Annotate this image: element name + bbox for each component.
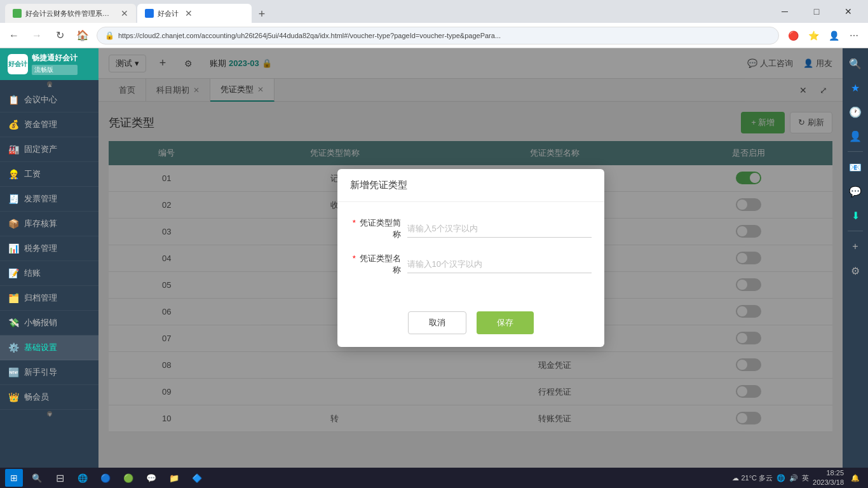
dashboard-icon: 📋 <box>8 94 19 105</box>
taskbar-wechat-icon[interactable]: 💬 <box>142 469 160 487</box>
right-search-icon[interactable]: 🔍 <box>845 53 865 74</box>
taskbar-network-icon: 🌐 <box>776 474 785 482</box>
modal-dialog: 新增凭证类型 * 凭证类型简称 * 凭证类型名称 取消 <box>337 169 604 347</box>
form-label-name-text: 凭证类型名称 <box>360 254 401 274</box>
extensions-button[interactable]: 🔴 <box>784 27 802 44</box>
funds-icon: 💰 <box>8 119 19 130</box>
taskbar-task-view[interactable]: ⊟ <box>51 469 69 487</box>
browser-tab-2[interactable]: 好会计 ✕ <box>137 4 252 23</box>
sidebar-item-basic-settings[interactable]: ⚙️ 基础设置 <box>0 336 98 360</box>
sidebar-item-member-label: 畅会员 <box>24 391 49 403</box>
taskbar-notification-button[interactable]: 🔔 <box>848 470 863 485</box>
sidebar-item-invoice[interactable]: 🧾 发票管理 <box>0 187 98 212</box>
sidebar-item-funds[interactable]: 💰 资金管理 <box>0 112 98 137</box>
right-star-icon[interactable]: ★ <box>845 78 865 98</box>
sidebar-item-funds-label: 资金管理 <box>24 119 57 130</box>
sidebar-item-inventory-label: 库存核算 <box>24 218 57 229</box>
form-row-short: * 凭证类型简称 <box>350 217 592 240</box>
form-label-short-text: 凭证类型简称 <box>360 218 401 239</box>
right-panel-sep1 <box>848 151 863 152</box>
browser-tab-1[interactable]: 好会计云财务软件管理系统_会计 ✕ <box>5 4 136 23</box>
modal-overlay: 新增凭证类型 * 凭证类型简称 * 凭证类型名称 取消 <box>98 48 843 468</box>
tab2-close[interactable]: ✕ <box>185 8 193 18</box>
taskbar-datetime: 18:25 2023/3/18 <box>813 468 844 488</box>
right-add-icon[interactable]: + <box>845 236 865 257</box>
modal-title: 新增凭证类型 <box>350 179 407 190</box>
sidebar-item-archive[interactable]: 🗂️ 归档管理 <box>0 286 98 311</box>
taskbar-search-button[interactable]: 🔍 <box>28 469 46 487</box>
sidebar-scroll-up[interactable]: ▲ <box>0 80 98 88</box>
taskbar-lang: 英 <box>802 473 809 483</box>
sidebar-item-guide-label: 新手引导 <box>24 367 57 378</box>
sidebar-item-inventory[interactable]: 📦 库存核算 <box>0 212 98 236</box>
sidebar-logo-badge: 流畅版 <box>32 65 78 75</box>
right-message-icon[interactable]: 💬 <box>845 181 865 201</box>
right-settings-icon[interactable]: ⚙ <box>845 261 865 281</box>
address-input[interactable]: 🔒 https://cloud2.chanjet.com/accounting/… <box>97 27 779 44</box>
fixed-assets-icon: 🏭 <box>8 144 19 155</box>
sidebar-item-guide[interactable]: 🆕 新手引导 <box>0 360 98 385</box>
sidebar-logo: 好会计 畅捷通好会计 流畅版 <box>0 48 98 80</box>
taskbar-right: ☁ 21°C 多云 🌐 🔊 英 18:25 2023/3/18 🔔 <box>732 468 863 488</box>
back-button[interactable]: ← <box>5 27 23 44</box>
home-button[interactable]: 🏠 <box>74 27 92 44</box>
menu-button[interactable]: ⋯ <box>845 27 863 44</box>
window-controls: ─ □ ✕ <box>770 1 863 22</box>
input-short[interactable] <box>407 220 592 238</box>
taskbar-file-icon[interactable]: 🟢 <box>119 469 137 487</box>
input-name[interactable] <box>407 255 592 273</box>
form-row-name: * 凭证类型名称 <box>350 253 592 276</box>
modal-footer: 取消 保存 <box>337 304 604 347</box>
sidebar-item-basic-settings-label: 基础设置 <box>24 342 57 353</box>
sidebar-item-expense-label: 小畅报销 <box>24 317 57 329</box>
basic-settings-icon: ⚙️ <box>8 342 19 353</box>
invoice-icon: 🧾 <box>8 193 19 205</box>
save-button[interactable]: 保存 <box>477 311 534 334</box>
forward-button[interactable]: → <box>28 27 46 44</box>
taskbar: ⊞ 🔍 ⊟ 🌐 🔵 🟢 💬 📁 🔷 ☁ 21°C 多云 🌐 🔊 英 18:25 … <box>0 468 868 488</box>
right-history-icon[interactable]: 🕐 <box>845 102 865 122</box>
sidebar-scroll-down[interactable]: ▼ <box>0 410 98 417</box>
tab1-close[interactable]: ✕ <box>121 8 128 18</box>
right-download-icon[interactable]: ⬇ <box>845 205 865 226</box>
new-tab-button[interactable]: + <box>253 5 271 23</box>
taskbar-edge-icon[interactable]: 🌐 <box>74 469 92 487</box>
guide-icon: 🆕 <box>8 367 19 378</box>
start-button[interactable]: ⊞ <box>5 469 23 487</box>
expense-icon: 💸 <box>8 317 19 329</box>
sidebar-item-tax[interactable]: 📊 税务管理 <box>0 236 98 261</box>
taskbar-folder-icon[interactable]: 📁 <box>165 469 183 487</box>
reload-button[interactable]: ↻ <box>51 27 69 44</box>
minimize-button[interactable]: ─ <box>770 1 799 22</box>
taskbar-weather: ☁ 21°C 多云 <box>732 473 773 483</box>
profile-button[interactable]: 👤 <box>825 27 843 44</box>
tax-icon: 📊 <box>8 243 19 254</box>
sidebar-item-member[interactable]: 👑 畅会员 <box>0 385 98 410</box>
tab1-favicon <box>13 9 22 18</box>
taskbar-date-value: 2023/3/18 <box>813 478 844 487</box>
sidebar-item-fixed-assets[interactable]: 🏭 固定资产 <box>0 137 98 162</box>
tab2-favicon <box>145 9 154 18</box>
sidebar-logo-icon: 好会计 <box>8 54 28 74</box>
bookmark-button[interactable]: ⭐ <box>804 27 822 44</box>
browser-tools: 🔴 ⭐ 👤 ⋯ <box>784 27 863 44</box>
sidebar-item-invoice-label: 发票管理 <box>24 193 57 205</box>
sidebar-item-expense[interactable]: 💸 小畅报销 <box>0 311 98 336</box>
tab2-title: 好会计 <box>158 9 179 18</box>
right-outlook-icon[interactable]: 📧 <box>845 157 865 177</box>
right-profile-icon[interactable]: 👤 <box>845 126 865 146</box>
sidebar-item-settlement[interactable]: 📝 结账 <box>0 261 98 286</box>
address-bar: ← → ↻ 🏠 🔒 https://cloud2.chanjet.com/acc… <box>0 23 868 48</box>
maximize-button[interactable]: □ <box>802 1 831 22</box>
cancel-button[interactable]: 取消 <box>408 311 466 334</box>
sidebar-item-tax-label: 税务管理 <box>24 243 57 254</box>
address-text: https://cloud2.chanjet.com/accounting/uh… <box>118 32 501 39</box>
sidebar-item-dashboard[interactable]: 📋 会议中心 <box>0 88 98 112</box>
taskbar-msedge-icon[interactable]: 🔷 <box>188 469 206 487</box>
sidebar-item-dashboard-label: 会议中心 <box>24 94 57 105</box>
close-button[interactable]: ✕ <box>834 1 863 22</box>
save-button-label: 保存 <box>497 318 513 327</box>
sidebar-item-salary[interactable]: 👷 工资 <box>0 162 98 187</box>
form-label-name: * 凭证类型名称 <box>350 253 407 276</box>
taskbar-chrome-icon[interactable]: 🔵 <box>97 469 114 487</box>
